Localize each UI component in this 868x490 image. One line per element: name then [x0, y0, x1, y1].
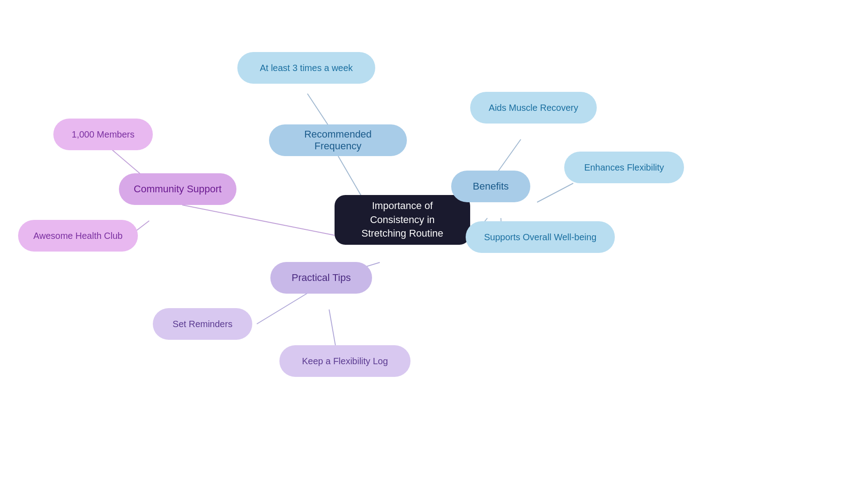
- flex-log-node: Keep a Flexibility Log: [279, 345, 410, 377]
- benefits-label: Benefits: [473, 181, 509, 192]
- svg-line-2: [182, 205, 335, 235]
- practical-tips-label: Practical Tips: [292, 272, 351, 284]
- community-support-label: Community Support: [134, 183, 222, 195]
- members-node: 1,000 Members: [53, 119, 153, 150]
- practical-tips-node: Practical Tips: [270, 262, 372, 294]
- set-reminders-node: Set Reminders: [153, 308, 252, 340]
- enhances-flexibility-label: Enhances Flexibility: [584, 162, 664, 173]
- center-node: Importance of Consistency in Stretching …: [335, 195, 470, 245]
- aids-recovery-label: Aids Muscle Recovery: [489, 103, 578, 113]
- center-label: Importance of Consistency in Stretching …: [347, 199, 458, 241]
- flex-log-label: Keep a Flexibility Log: [302, 356, 388, 366]
- health-club-node: Awesome Health Club: [18, 220, 138, 252]
- supports-wellbeing-label: Supports Overall Well-being: [484, 232, 597, 243]
- benefits-node: Benefits: [451, 171, 530, 202]
- health-club-label: Awesome Health Club: [33, 231, 123, 241]
- recommended-frequency-node: Recommended Frequency: [269, 124, 407, 156]
- community-support-node: Community Support: [119, 173, 236, 205]
- at-least-node: At least 3 times a week: [237, 52, 375, 84]
- supports-wellbeing-node: Supports Overall Well-being: [466, 221, 615, 253]
- set-reminders-label: Set Reminders: [173, 319, 232, 329]
- svg-line-7: [537, 183, 573, 202]
- svg-line-10: [257, 293, 307, 324]
- recommended-frequency-label: Recommended Frequency: [282, 128, 394, 152]
- aids-recovery-node: Aids Muscle Recovery: [470, 92, 597, 124]
- members-label: 1,000 Members: [72, 129, 135, 140]
- enhances-flexibility-node: Enhances Flexibility: [564, 152, 684, 183]
- at-least-label: At least 3 times a week: [260, 63, 353, 73]
